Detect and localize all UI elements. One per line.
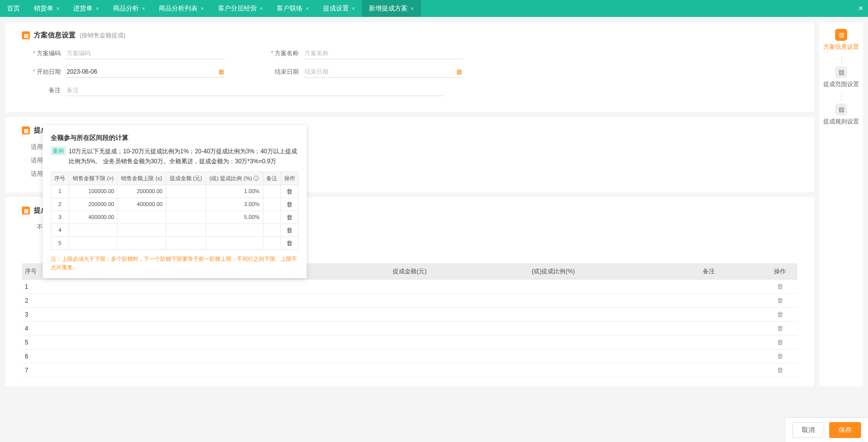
close-icon[interactable]: × (306, 0, 309, 17)
close-all-icon[interactable]: × (859, 4, 863, 13)
step-icon: ▤ (835, 29, 847, 41)
tooltip-title: 全额参与所在区间段的计算 (51, 133, 299, 142)
close-icon[interactable]: × (56, 0, 59, 17)
delete-icon[interactable]: 🗑 (762, 335, 797, 349)
delete-icon[interactable]: 🗑 (281, 198, 299, 211)
tab-item[interactable]: 进货单× (66, 0, 106, 17)
panel-icon: ▤ (22, 126, 30, 134)
tooltip-badge: 案例 (51, 146, 66, 155)
calendar-icon[interactable]: ▦ (456, 68, 462, 75)
panel-title: 方案信息设置 (34, 31, 76, 40)
table-row[interactable]: 1🗑 (22, 280, 797, 294)
tab-item[interactable]: 客户联络× (270, 0, 316, 17)
start-date-input[interactable] (66, 66, 225, 78)
tooltip-table: 序号 销售金额下限 (>) 销售金额上限 (≤) 提成金额 (元) (或) 提成… (51, 172, 299, 250)
table-row: 2200000.00400000.003.00%🗑 (51, 198, 299, 211)
delete-icon[interactable]: 🗑 (281, 236, 299, 249)
calc-rule-tooltip: 全额参与所在区间段的计算 案例 10万元以下无提成；10-20万元提成比例为1%… (43, 125, 307, 278)
calendar-icon[interactable]: ▦ (218, 68, 224, 75)
delete-icon[interactable]: 🗑 (762, 294, 797, 308)
panel-subtitle: (按销售金额提成) (80, 31, 125, 40)
panel-icon: ▤ (22, 207, 30, 215)
tooltip-note: 注：上限必须大于下限；多个阶梯时，下一个阶梯下限要等于前一阶梯上限；不同行之间下… (51, 255, 299, 272)
close-icon[interactable]: × (142, 0, 145, 17)
step-icon: ▤ (835, 104, 847, 115)
rules-table: 序号 销售金额下限(>) 销售金额上限(≤) 提成金额(元) (或)提成比例(%… (22, 263, 797, 377)
tab-item-active[interactable]: 新增提成方案× (362, 0, 421, 17)
end-date-input[interactable] (304, 66, 463, 78)
col-op: 操作 (762, 263, 797, 280)
tab-item[interactable]: 商品分析× (106, 0, 152, 17)
delete-icon[interactable]: 🗑 (281, 211, 299, 223)
close-icon[interactable]: × (411, 0, 414, 17)
table-row: 3400000.005.00%🗑 (51, 211, 299, 223)
table-row[interactable]: 4🗑 (22, 322, 797, 335)
table-row: 1100000.00200000.001.00%🗑 (51, 185, 299, 198)
col-amt: 提成金额(元) (390, 263, 529, 280)
label-note: 备注 (27, 86, 61, 95)
label-code: 方案编码 (27, 49, 61, 58)
delete-icon[interactable]: 🗑 (762, 322, 797, 335)
tab-home[interactable]: 首页 (0, 0, 27, 17)
delete-icon[interactable]: 🗑 (762, 280, 797, 294)
col-pct: (或)提成比例(%) (529, 263, 700, 280)
table-row[interactable]: 3🗑 (22, 308, 797, 322)
table-row[interactable]: 7🗑 (22, 363, 797, 377)
label-start: 开始日期 (27, 68, 61, 76)
delete-icon[interactable]: 🗑 (281, 223, 299, 236)
anchor-step-info[interactable]: ▤ 方案信息设置 (822, 29, 860, 51)
close-icon[interactable]: × (96, 0, 99, 17)
col-note: 备注 (700, 263, 762, 280)
table-row[interactable]: 6🗑 (22, 349, 797, 363)
tab-item[interactable]: 提成设置× (316, 0, 362, 17)
tab-item[interactable]: 客户分层经营× (211, 0, 270, 17)
panel-plan-info: ▤ 方案信息设置 (按销售金额提成) 方案编码 方案名称 开始日期 (5, 22, 814, 112)
table-row[interactable]: 5🗑 (22, 335, 797, 349)
table-row: 5🗑 (51, 236, 299, 249)
table-row: 4🗑 (51, 223, 299, 236)
label-end: 结束日期 (265, 68, 299, 76)
anchor-step-scope[interactable]: ▤ 提成范围设置 (822, 66, 860, 89)
tab-item[interactable]: 销货单× (27, 0, 66, 17)
close-icon[interactable]: × (352, 0, 355, 17)
anchor-nav: ▤ 方案信息设置 ▤ 提成范围设置 ▤ 提成规则设置 (819, 22, 863, 386)
label-name: 方案名称 (265, 49, 299, 58)
close-icon[interactable]: × (201, 0, 204, 17)
step-icon: ▤ (835, 66, 847, 78)
delete-icon[interactable]: 🗑 (281, 185, 299, 198)
note-input[interactable] (66, 85, 444, 96)
anchor-step-rules[interactable]: ▤ 提成规则设置 (822, 104, 860, 126)
panel-icon: ▤ (22, 31, 30, 39)
close-icon[interactable]: × (260, 0, 263, 17)
delete-icon[interactable]: 🗑 (762, 363, 797, 377)
tab-bar: 首页 销货单× 进货单× 商品分析× 商品分析列表× 客户分层经营× 客户联络×… (0, 0, 868, 17)
tooltip-desc: 10万元以下无提成；10-20万元提成比例为1%；20-40万提成比例为3%；4… (69, 146, 299, 167)
delete-icon[interactable]: 🗑 (762, 308, 797, 322)
name-input[interactable] (304, 48, 463, 59)
table-row[interactable]: 2🗑 (22, 294, 797, 308)
code-input[interactable] (66, 48, 225, 59)
tab-item[interactable]: 商品分析列表× (152, 0, 211, 17)
delete-icon[interactable]: 🗑 (762, 349, 797, 363)
